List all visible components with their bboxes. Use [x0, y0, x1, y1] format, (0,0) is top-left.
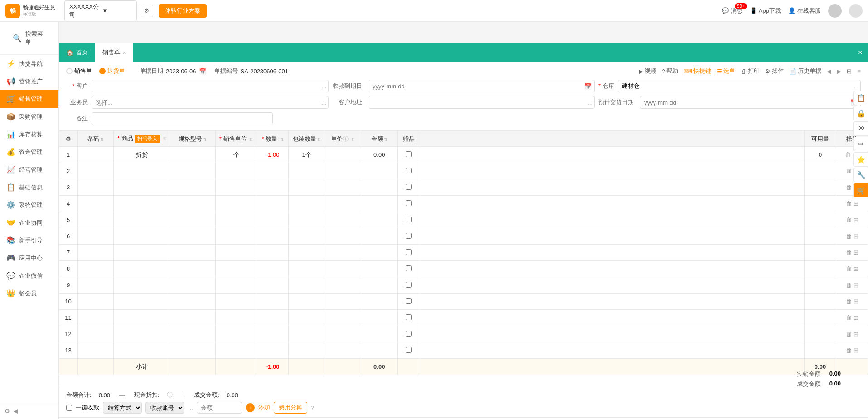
grid-view-icon[interactable]: ⊞	[847, 68, 852, 75]
copy-icon[interactable]: ⊞	[853, 217, 858, 223]
delete-icon-1[interactable]: 🗑	[845, 151, 851, 158]
subtotal-qty: -1.00	[257, 359, 289, 375]
sidebar-collapse-icon[interactable]: ◀	[14, 408, 18, 414]
shortcut-link[interactable]: ⌨ 快捷键	[684, 67, 711, 75]
one-click-payment-checkbox[interactable]	[66, 405, 72, 411]
tab-bar-close[interactable]: ×	[858, 48, 868, 58]
sidebar-item-system[interactable]: ⚙️ 系统管理	[0, 196, 58, 214]
sidebar-settings-icon[interactable]: ⚙	[5, 408, 10, 414]
trial-button[interactable]: 体验行业方案	[159, 4, 207, 18]
salesperson-more-icon[interactable]: ...	[320, 99, 328, 106]
remark-input[interactable]	[92, 114, 272, 124]
sidebar-item-search[interactable]: 🔍 搜索菜单	[6, 25, 52, 51]
delete-icon[interactable]: 🗑	[846, 217, 852, 223]
online-service-btn[interactable]: 👤 在线客服	[788, 7, 821, 15]
account-select[interactable]: 收款账号	[145, 402, 184, 414]
float-btn-1[interactable]: 📋	[853, 91, 868, 105]
nav-next-icon[interactable]: ▶	[837, 68, 841, 75]
radio-return-order[interactable]: 退货单	[99, 67, 125, 75]
app-download-btn[interactable]: 📱 App下载	[750, 7, 781, 15]
address-more-icon[interactable]: ...	[586, 99, 594, 106]
row-price-1[interactable]	[325, 147, 361, 163]
sidebar-item-inventory[interactable]: 📊 库存核算	[0, 125, 58, 143]
float-btn-6[interactable]: 🔧	[853, 168, 868, 182]
row-spec-1[interactable]	[170, 147, 215, 163]
customer-address-input[interactable]	[369, 98, 586, 107]
tab-home[interactable]: 🏠 首页	[59, 43, 95, 62]
sidebar-item-purchase[interactable]: 📦 采购管理	[0, 108, 58, 125]
customer-input[interactable]	[92, 82, 320, 91]
scan-button[interactable]: 扫码录入	[135, 135, 160, 143]
sidebar-item-basic[interactable]: 📋 基础信息	[0, 178, 58, 196]
calc-method-select[interactable]: 结算方式	[103, 402, 142, 414]
delete-icon[interactable]: 🗑	[846, 314, 852, 321]
copy-icon[interactable]: ⊞	[853, 265, 858, 272]
sidebar-item-finance[interactable]: 💰 资金管理	[0, 143, 58, 161]
copy-icon[interactable]: ⊞	[853, 298, 858, 305]
avatar[interactable]	[828, 4, 842, 18]
account-more-icon[interactable]: ...	[188, 405, 193, 411]
th-settings[interactable]: ⚙	[59, 131, 78, 147]
help-link[interactable]: ? 帮助	[662, 67, 678, 75]
sidebar-item-enterprise[interactable]: 🤝 企业协同	[0, 214, 58, 231]
tab-close-icon[interactable]: ×	[123, 50, 126, 55]
row-gift-1[interactable]	[398, 147, 420, 163]
delete-icon[interactable]: 🗑	[846, 282, 852, 289]
copy-icon[interactable]: ⊞	[853, 347, 858, 354]
settings-icon[interactable]: ⚙	[141, 5, 153, 17]
row-qty-1[interactable]: -1.00	[257, 147, 289, 163]
delete-icon[interactable]: 🗑	[846, 233, 852, 240]
sidebar-item-members[interactable]: 👑 畅会员	[0, 284, 58, 302]
delete-icon[interactable]: 🗑	[846, 249, 852, 256]
customer-more-icon[interactable]: ...	[320, 83, 328, 90]
float-btn-4[interactable]: ✏	[853, 137, 868, 151]
copy-icon[interactable]: ⊞	[853, 331, 858, 337]
avatar-2[interactable]	[849, 4, 863, 18]
operate-link[interactable]: ⚙ 操作	[765, 67, 784, 75]
message-btn[interactable]: 💬 消息 99+	[722, 7, 742, 15]
tab-sales-order[interactable]: 销售单 ×	[95, 43, 133, 62]
sidebar-item-quick-nav[interactable]: ⚡ 快捷导航	[0, 55, 58, 72]
warehouse-input[interactable]	[618, 82, 852, 91]
sidebar-item-guide[interactable]: 📚 新手引导	[0, 231, 58, 249]
video-link[interactable]: ▶ 视频	[639, 67, 656, 75]
delete-icon[interactable]: 🗑	[846, 265, 852, 272]
warehouse-more-icon[interactable]: ...	[852, 83, 860, 90]
fenyong-button[interactable]: 费用分摊	[274, 402, 307, 414]
salesperson-input[interactable]	[92, 98, 320, 107]
sidebar-item-sales[interactable]: 🛒 销售管理	[0, 90, 58, 108]
sidebar-item-app-center[interactable]: 🎮 应用中心	[0, 249, 58, 267]
date-icon[interactable]: 📅	[582, 83, 594, 90]
delete-icon[interactable]: 🗑	[846, 331, 852, 337]
add-payment-button[interactable]: +	[246, 403, 255, 412]
copy-icon[interactable]: ⊞	[853, 233, 858, 240]
delete-icon[interactable]: 🗑	[846, 184, 852, 191]
delete-icon[interactable]: 🗑	[846, 298, 852, 305]
nav-prev-icon[interactable]: ◀	[827, 68, 831, 75]
delivery-date-input[interactable]	[640, 98, 848, 107]
copy-icon[interactable]: ⊞	[853, 282, 858, 289]
list-view-icon[interactable]: ≡	[857, 68, 861, 75]
copy-icon[interactable]: ⊞	[853, 249, 858, 256]
float-btn-3[interactable]: 👁	[853, 121, 868, 136]
copy-icon[interactable]: ⊞	[853, 200, 858, 207]
float-btn-5[interactable]: ⭐	[853, 152, 868, 167]
collection-date-input[interactable]	[369, 82, 582, 91]
company-selector[interactable]: XXXXXX公司 ▼	[64, 0, 137, 21]
float-btn-2[interactable]: 🔒	[853, 106, 868, 120]
row-barcode-1[interactable]	[78, 147, 114, 163]
print-link[interactable]: 🖨 打印	[741, 67, 760, 75]
amount-input[interactable]	[197, 402, 242, 414]
sidebar-item-operations[interactable]: 📈 经营管理	[0, 161, 58, 178]
copy-icon[interactable]: ⊞	[853, 314, 858, 321]
calendar-icon[interactable]: 📅	[199, 68, 206, 75]
sidebar-item-wechat[interactable]: 💬 企业微信	[0, 267, 58, 284]
delete-icon[interactable]: 🗑	[846, 347, 852, 354]
delete-icon[interactable]: 🗑	[846, 168, 852, 174]
history-link[interactable]: 📄 历史单据	[789, 67, 821, 75]
choose-link[interactable]: ☰ 选单	[717, 67, 735, 75]
delete-icon[interactable]: 🗑	[846, 200, 852, 207]
sidebar-item-marketing[interactable]: 📢 营销推广	[0, 72, 58, 90]
float-btn-7[interactable]: 🛒	[853, 183, 868, 197]
radio-sales-order[interactable]: 销售单	[66, 67, 92, 75]
